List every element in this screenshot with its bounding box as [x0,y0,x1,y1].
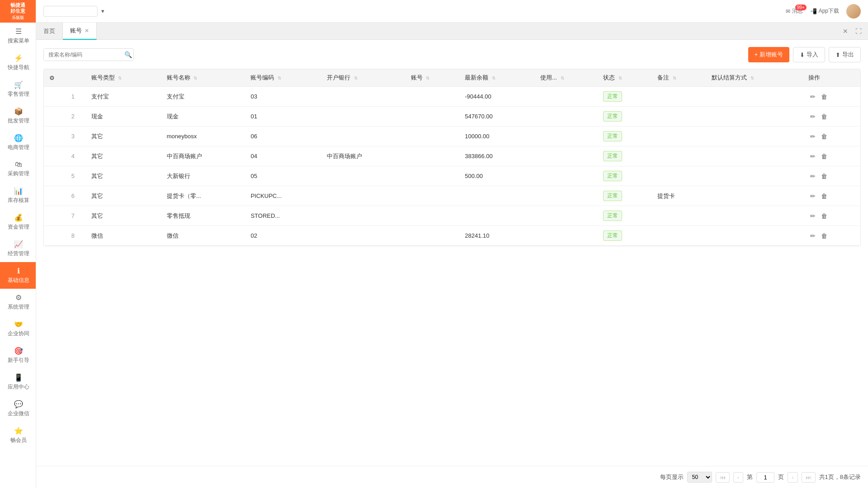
th-type[interactable]: 账号类型 ⇅ [86,69,161,87]
tab-close-button[interactable]: ✕ [840,27,851,36]
row-actions: ✏ 🗑 [803,87,860,107]
sidebar-item-app-center[interactable]: 📱 应用中心 [0,369,36,395]
th-name[interactable]: 账号名称 ⇅ [161,69,245,87]
content-inner: 🔍 + 新增账号 ⬇ 导入 ⬆ 导出 [36,40,868,466]
row-num: 6 [60,186,86,206]
table-body: 1 支付宝 支付宝 03 -90444.00 正常 ✏ 🗑 2 现金 现金 01… [44,87,860,246]
th-usage[interactable]: 使用... ⇅ [535,69,598,87]
topbar-search-input[interactable] [43,6,98,17]
row-balance [459,186,535,206]
export-button[interactable]: ⬆ 导出 [829,47,861,62]
row-type: 其它 [86,166,161,186]
row-bank: 中百商场账户 [321,146,406,166]
sidebar-item-label: 经营管理 [8,250,29,257]
per-page-select[interactable]: 50 100 200 [687,472,712,483]
edit-button[interactable]: ✏ [808,192,817,201]
page-input[interactable] [756,472,774,483]
sidebar-item-retail-mgmt[interactable]: 🛒 零售管理 [0,76,36,103]
sidebar-item-label: 企业微信 [8,410,29,417]
row-num: 5 [60,166,86,186]
th-status[interactable]: 状态 ⇅ [598,69,652,87]
delete-button[interactable]: 🗑 [819,92,829,101]
delete-button[interactable]: 🗑 [819,231,829,240]
delete-button[interactable]: 🗑 [819,132,829,141]
row-remark: 提货卡 [652,186,706,206]
sidebar-item-search-menu[interactable]: ☰ 搜索菜单 [0,23,36,49]
search-menu-icon: ☰ [4,27,33,36]
logo: 畅捷通好生意乐版版 [0,0,36,23]
edit-button[interactable]: ✏ [808,112,817,121]
sidebar-item-wholesale-mgmt[interactable]: 📦 批发管理 [0,103,36,129]
next-page-button[interactable]: › [788,472,797,483]
tabbar-controls: ✕ ⛶ [840,27,868,36]
import-button[interactable]: ⬇ 导入 [793,47,825,62]
sidebar-item-ops-mgmt[interactable]: 📈 经营管理 [0,235,36,262]
sidebar-item-enterprise-wechat[interactable]: 💬 企业微信 [0,395,36,422]
topbar-dropdown[interactable]: ▾ [101,8,104,14]
sidebar-item-quick-nav[interactable]: ⚡ 快捷导航 [0,49,36,76]
prev-page-button[interactable]: ‹ [733,472,743,483]
toolbar: 🔍 + 新增账号 ⬇ 导入 ⬆ 导出 [43,47,861,62]
th-settings[interactable]: ⚙ [44,69,60,87]
sidebar-item-basic-info[interactable]: ℹ 基础信息 [0,262,36,289]
edit-button[interactable]: ✏ [808,211,817,221]
tab-maximize-button[interactable]: ⛶ [853,27,864,36]
th-bank[interactable]: 开户银行 ⇅ [321,69,406,87]
export-icon: ⬆ [835,52,840,58]
row-status: 正常 [598,87,652,107]
delete-button[interactable]: 🗑 [819,192,829,201]
sidebar-item-label: 库存核算 [8,197,29,203]
sidebar-item-purchase-mgmt[interactable]: 🛍 采购管理 [0,156,36,182]
row-type: 微信 [86,226,161,246]
tab-account[interactable]: 账号 ✕ [63,23,97,40]
th-default-pay[interactable]: 默认结算方式 ⇅ [706,69,803,87]
last-page-button[interactable]: ⏭ [802,472,816,483]
row-code: 02 [245,226,321,246]
row-remark [652,206,706,226]
sidebar-item-label: 应用中心 [8,384,29,390]
row-settings [44,127,60,146]
sidebar-item-ecommerce-mgmt[interactable]: 🌐 电商管理 [0,129,36,156]
tab-home[interactable]: 首页 [36,23,63,40]
edit-button[interactable]: ✏ [808,231,817,240]
edit-button[interactable]: ✏ [808,152,817,161]
edit-button[interactable]: ✏ [808,172,817,181]
sidebar-item-guide[interactable]: 🎯 新手引导 [0,342,36,369]
app-download-button[interactable]: 📲 App下载 [810,7,839,15]
delete-button[interactable]: 🗑 [819,172,829,181]
sidebar-item-inventory[interactable]: 📊 库存核算 [0,182,36,209]
th-account[interactable]: 账号 ⇅ [406,69,459,87]
row-actions: ✏ 🗑 [803,146,860,166]
row-balance: 10000.00 [459,127,535,146]
row-status: 正常 [598,166,652,186]
tab-close-icon[interactable]: ✕ [85,28,89,34]
sidebar-item-vip[interactable]: ⭐ 畅会员 [0,422,36,449]
row-status: 正常 [598,186,652,206]
sidebar-item-label: 批发管理 [8,117,29,124]
table-row: 1 支付宝 支付宝 03 -90444.00 正常 ✏ 🗑 [44,87,860,107]
sidebar-item-system-mgmt[interactable]: ⚙ 系统管理 [0,289,36,315]
message-button[interactable]: ✉ 消息 99+ [786,7,803,15]
account-table: ⚙ 账号类型 ⇅ 账号名称 ⇅ 账号编码 ⇅ 开户银行 ⇅ 账号 ⇅ 最新余额 … [43,69,861,246]
delete-button[interactable]: 🗑 [819,112,829,121]
delete-button[interactable]: 🗑 [819,152,829,161]
edit-button[interactable]: ✏ [808,92,817,101]
edit-button[interactable]: ✏ [808,132,817,141]
row-account [406,146,459,166]
delete-button[interactable]: 🗑 [819,211,829,221]
th-remark[interactable]: 备注 ⇅ [652,69,706,87]
th-balance[interactable]: 最新余额 ⇅ [459,69,535,87]
row-default-pay [706,166,803,186]
add-account-button[interactable]: + 新增账号 [748,47,789,62]
table-row: 8 微信 微信 02 28241.10 正常 ✏ 🗑 [44,226,860,246]
search-button[interactable]: 🔍 [121,49,134,60]
user-avatar[interactable] [846,4,861,19]
status-badge: 正常 [603,230,622,241]
first-page-button[interactable]: ⏮ [716,472,730,483]
purchase-icon: 🛍 [4,160,33,169]
th-code[interactable]: 账号编码 ⇅ [245,69,321,87]
account-search-input[interactable] [44,49,121,61]
sidebar-item-finance-mgmt[interactable]: 💰 资金管理 [0,209,36,235]
sidebar-item-enterprise-agreement[interactable]: 🤝 企业协同 [0,315,36,342]
row-status: 正常 [598,226,652,246]
